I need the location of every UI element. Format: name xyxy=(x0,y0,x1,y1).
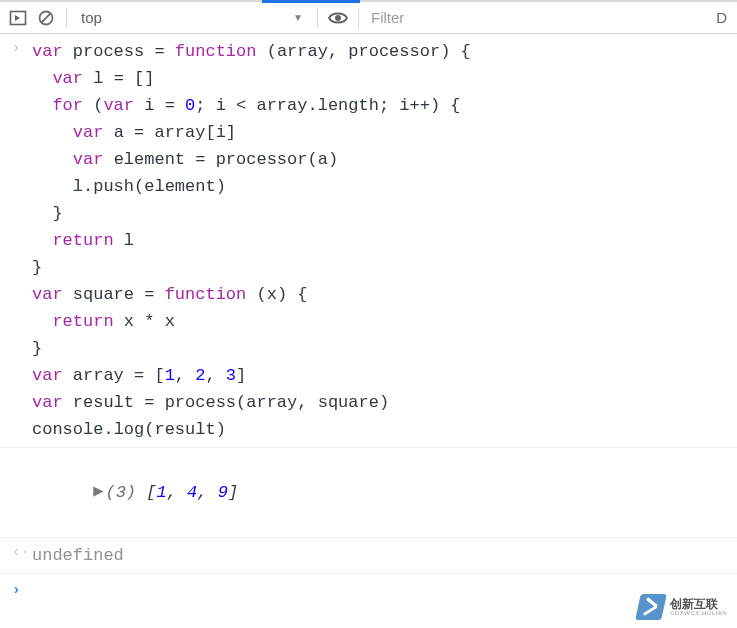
svg-point-3 xyxy=(335,15,341,21)
watermark: 创新互联 CDXWCX.HULIAN xyxy=(638,594,727,620)
return-value: undefined xyxy=(32,542,737,569)
watermark-name: 创新互联 xyxy=(670,598,727,610)
active-tab-indicator xyxy=(262,0,360,3)
expand-triangle-icon[interactable]: ▶ xyxy=(93,478,103,505)
gutter-spacer xyxy=(4,452,32,454)
input-chevron-icon: › xyxy=(4,38,32,56)
default-levels-label[interactable]: D xyxy=(710,9,733,26)
array-values: [1, 4, 9] xyxy=(146,483,238,502)
console-messages: › var process = function (array, process… xyxy=(0,34,737,604)
filter-input[interactable] xyxy=(365,6,710,30)
console-toolbar: top ▼ D xyxy=(0,2,737,34)
console-log-row: ▶(3) [1, 4, 9] xyxy=(0,448,737,538)
toolbar-separator xyxy=(317,8,318,28)
code-input[interactable]: var process = function (array, processor… xyxy=(32,38,737,443)
dropdown-triangle-icon: ▼ xyxy=(293,12,303,23)
prompt-chevron-icon: › xyxy=(4,580,32,598)
clear-console-icon[interactable] xyxy=(32,4,60,32)
svg-line-2 xyxy=(41,13,50,22)
execute-icon[interactable] xyxy=(4,4,32,32)
watermark-sub: CDXWCX.HULIAN xyxy=(670,610,727,616)
array-length: (3) xyxy=(105,483,136,502)
log-output[interactable]: ▶(3) [1, 4, 9] xyxy=(32,452,737,533)
context-label: top xyxy=(81,9,102,26)
watermark-logo-icon xyxy=(635,594,667,620)
console-input-row: › var process = function (array, process… xyxy=(0,34,737,448)
console-prompt-row[interactable]: › xyxy=(0,574,737,604)
return-chevron-icon: ‹· xyxy=(4,542,32,560)
context-selector[interactable]: top ▼ xyxy=(73,6,311,30)
console-return-row: ‹· undefined xyxy=(0,538,737,574)
toolbar-separator xyxy=(66,8,67,28)
eye-icon[interactable] xyxy=(324,4,352,32)
toolbar-separator xyxy=(358,8,359,28)
